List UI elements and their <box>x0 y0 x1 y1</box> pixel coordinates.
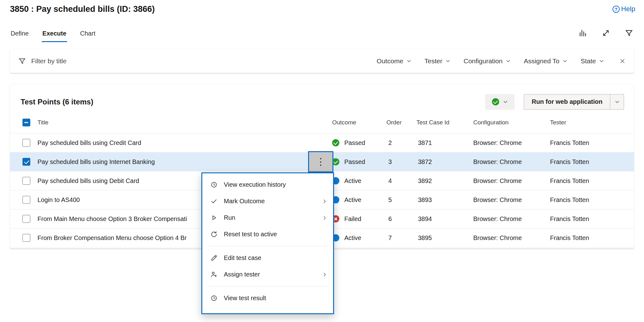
test-points-heading: Test Points (6 items) <box>21 98 93 106</box>
row-order: 6 <box>388 215 392 223</box>
page-title: 3850 : Pay scheduled bills (ID: 3866) <box>10 4 155 14</box>
mark-outcome-quick-button[interactable] <box>485 94 514 110</box>
row-outcome: Passed <box>332 158 365 166</box>
filter-dropdown-configuration[interactable]: Configuration <box>464 57 511 65</box>
passed-outcome-icon <box>492 98 499 105</box>
chevron-down-icon <box>615 99 620 104</box>
menu-item-assign-tester[interactable]: Assign tester <box>202 266 333 283</box>
edit-icon <box>210 254 218 262</box>
assign-user-icon <box>210 271 218 278</box>
column-header-tester[interactable]: Tester <box>550 119 566 126</box>
table-row[interactable]: Pay scheduled bills using Credit Card Pa… <box>10 133 634 152</box>
toolbar-icons <box>578 29 633 37</box>
filter-icon[interactable] <box>625 29 633 37</box>
row-title: From Broker Compensation Menu choose Opt… <box>37 234 187 242</box>
menu-item-view-test-result[interactable]: View test result <box>202 290 333 306</box>
help-link[interactable]: ? Help <box>612 5 635 13</box>
row-tester: Francis Totten <box>550 234 589 242</box>
row-test-case-id: 3895 <box>418 234 432 242</box>
tab-execute[interactable]: Execute <box>42 27 67 42</box>
row-order: 2 <box>388 139 392 147</box>
column-header-title[interactable]: Title <box>37 119 48 126</box>
row-configuration: Browser: Chrome <box>473 196 522 204</box>
row-test-case-id: 3893 <box>418 196 432 204</box>
menu-item-mark-outcome[interactable]: Mark Outcome <box>202 193 333 209</box>
outcome-icon <box>332 139 339 147</box>
filter-dropdown-tester[interactable]: Tester <box>425 57 450 65</box>
row-test-case-id: 3872 <box>418 158 432 166</box>
row-test-case-id: 3892 <box>418 177 432 185</box>
row-checkbox[interactable] <box>22 215 30 223</box>
fullscreen-icon[interactable] <box>602 29 610 37</box>
filter-dropdowns: Outcome Tester Configuration Assigned To… <box>377 57 604 65</box>
select-all-checkbox[interactable] <box>22 118 30 126</box>
tab-define[interactable]: Define <box>10 27 29 42</box>
chevron-right-icon <box>322 215 327 221</box>
reset-icon <box>210 231 218 238</box>
row-configuration: Browser: Chrome <box>473 177 522 185</box>
row-outcome: Passed <box>332 139 365 147</box>
menu-item-edit-test-case[interactable]: Edit test case <box>202 250 333 266</box>
column-header-test-case-id[interactable]: Test Case Id <box>416 119 450 126</box>
history-icon <box>210 181 218 188</box>
row-tester: Francis Totten <box>550 215 589 223</box>
tab-chart[interactable]: Chart <box>80 27 96 42</box>
row-order: 3 <box>388 158 392 166</box>
row-configuration: Browser: Chrome <box>473 139 522 147</box>
filter-by-title-input[interactable] <box>31 57 377 65</box>
row-outcome: Active <box>332 177 361 185</box>
table-row-selected[interactable]: Pay scheduled bills using Internet Banki… <box>10 152 634 171</box>
play-icon <box>210 214 218 221</box>
ellipsis-icon: ⋮ <box>316 157 326 166</box>
row-checkbox-checked[interactable] <box>22 158 30 166</box>
row-configuration: Browser: Chrome <box>473 215 522 223</box>
run-for-web-application-button[interactable]: Run for web application <box>524 94 624 110</box>
row-test-case-id: 3871 <box>418 139 432 147</box>
row-checkbox[interactable] <box>22 234 30 242</box>
menu-item-run[interactable]: Run <box>202 209 333 226</box>
clear-filter-icon[interactable] <box>619 58 626 65</box>
menu-item-reset-test-to-active[interactable]: Reset test to active <box>202 226 333 243</box>
chevron-down-icon <box>445 59 450 64</box>
row-title: From Main Menu choose Option 3 Broker Co… <box>37 215 187 223</box>
column-header-configuration[interactable]: Configuration <box>473 119 509 126</box>
filter-bar: Outcome Tester Configuration Assigned To… <box>10 49 634 73</box>
row-context-menu: View execution history Mark Outcome Run … <box>201 172 334 314</box>
filter-dropdown-outcome[interactable]: Outcome <box>377 57 411 65</box>
test-plan-execute-page: 3850 : Pay scheduled bills (ID: 3866) ? … <box>0 0 644 322</box>
row-outcome: Active <box>332 196 361 204</box>
chevron-down-icon <box>599 59 604 64</box>
help-label: Help <box>621 5 635 13</box>
row-order: 5 <box>388 196 392 204</box>
outcome-label: Active <box>344 196 361 204</box>
column-chart-icon[interactable] <box>578 29 587 37</box>
more-options-button[interactable]: ⋮ <box>308 151 333 172</box>
filter-by-title-icon <box>18 57 26 65</box>
row-checkbox[interactable] <box>22 196 30 204</box>
run-button-dropdown[interactable] <box>610 94 624 109</box>
row-tester: Francis Totten <box>550 196 589 204</box>
history-icon <box>210 295 218 302</box>
row-test-case-id: 3894 <box>418 215 432 223</box>
chevron-down-icon <box>506 59 511 64</box>
outcome-label: Passed <box>344 139 365 147</box>
filter-dropdown-assigned-to[interactable]: Assigned To <box>524 57 568 65</box>
row-title: Pay scheduled bills using Credit Card <box>37 139 141 147</box>
row-configuration: Browser: Chrome <box>473 234 522 242</box>
row-tester: Francis Totten <box>550 177 589 185</box>
menu-item-view-execution-history[interactable]: View execution history <box>202 176 333 193</box>
filter-dropdown-state[interactable]: State <box>581 57 604 65</box>
outcome-label: Active <box>344 177 361 185</box>
table-header-row: Title Outcome Order Test Case Id Configu… <box>10 112 634 133</box>
help-icon: ? <box>612 6 620 13</box>
chevron-down-icon <box>563 59 568 64</box>
check-icon <box>210 198 218 205</box>
test-points-actions: Run for web application <box>485 94 624 110</box>
chevron-down-icon <box>503 99 508 104</box>
menu-divider <box>207 286 328 286</box>
column-header-outcome[interactable]: Outcome <box>332 119 356 126</box>
row-checkbox[interactable] <box>22 139 30 147</box>
row-checkbox[interactable] <box>22 177 30 185</box>
tab-bar: Define Execute Chart <box>10 27 96 42</box>
column-header-order[interactable]: Order <box>386 119 402 126</box>
